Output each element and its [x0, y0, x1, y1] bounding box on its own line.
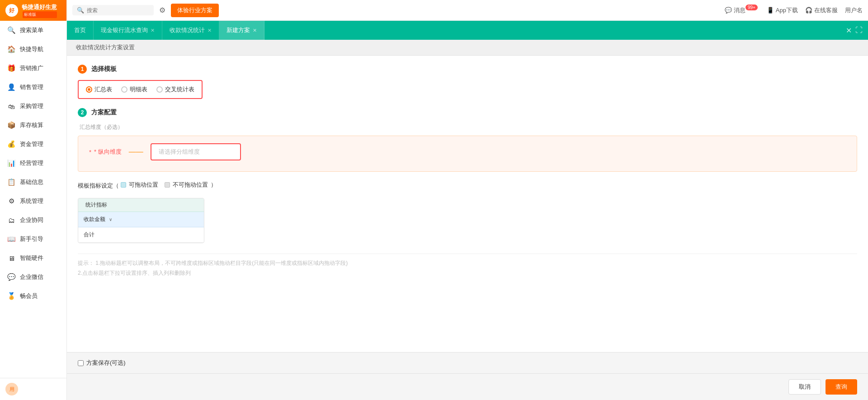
sidebar-item-member[interactable]: 🏅 畅会员 [0, 287, 66, 306]
tips-line1: 提示： 1.拖动标题栏可以调整布局，不可跨维度或指标区域拖动栏目字段(只能在同一… [78, 259, 857, 268]
query-button[interactable]: 查询 [826, 379, 857, 395]
tab-close-icon[interactable]: ✕ [846, 26, 852, 35]
sidebar-item-quick-nav[interactable]: 🏠 快捷导航 [0, 40, 66, 59]
dimension-label: 汇总维度（必选） [78, 123, 857, 131]
content-area: 收款情况统计方案设置 1 选择模板 汇总表 [67, 40, 868, 373]
step1-section: 1 选择模板 汇总表 明细表 [78, 65, 857, 99]
logo-text: 畅捷通好生意 [22, 3, 57, 11]
tips-line2: 2.点击标题栏下拉可设置排序、插入列和删除列 [78, 268, 857, 278]
dimension-input[interactable]: 请选择分组维度 [151, 143, 241, 160]
sidebar-item-enterprise[interactable]: 🗂 企业协同 [0, 211, 66, 230]
step1-header: 1 选择模板 [78, 65, 857, 74]
radio-detail-dot [121, 86, 127, 93]
stats-header: 统计指标 [78, 198, 204, 212]
sidebar-item-marketing[interactable]: 🎁 营销推广 [0, 59, 66, 78]
sidebar-item-operation[interactable]: 📊 经营管理 [0, 154, 66, 173]
support-button[interactable]: 🎧 在线客服 [805, 6, 838, 14]
step1-title: 选择模板 [91, 65, 117, 73]
step1-num: 1 [78, 65, 87, 74]
sidebar-item-funds[interactable]: 💰 资金管理 [0, 135, 66, 154]
indicator-label: 模板指标设定（ 可拖动位置 不可拖动位置 ） [78, 181, 857, 190]
tab-right-icons: ✕ ⛶ [846, 26, 868, 35]
tab-new-plan[interactable]: 新建方案 ✕ [219, 21, 264, 40]
arrow-icon: —— [129, 148, 143, 156]
tab-bank-close[interactable]: ✕ [151, 28, 155, 33]
medal-icon: 🏅 [7, 292, 15, 300]
tab-home[interactable]: 首页 [67, 21, 94, 40]
search-icon: 🔍 [77, 7, 84, 14]
cancel-button[interactable]: 取消 [788, 379, 821, 395]
message-badge: 99+ [745, 5, 758, 10]
sidebar-item-sales[interactable]: 👤 销售管理 [0, 78, 66, 97]
dimension-section: 汇总维度（必选） * * 纵向维度 —— 请选择分组维度 [78, 123, 857, 172]
page-body: 1 选择模板 汇总表 明细表 [67, 56, 868, 352]
tab-expand-icon[interactable]: ⛶ [855, 26, 863, 34]
trial-button[interactable]: 体验行业方案 [171, 4, 219, 17]
stats-col-header[interactable]: 收款金额 ∨ [78, 212, 204, 227]
tabbar: 首页 现金银行流水查询 ✕ 收款情况统计 ✕ 新建方案 ✕ ✕ ⛶ [67, 21, 868, 40]
step2-num: 2 [78, 108, 87, 117]
stats-row-total: 合计 [78, 227, 204, 243]
chart-icon: 📊 [7, 159, 15, 167]
chat-icon: 💬 [7, 273, 15, 281]
sidebar: 好 畅捷通好生意 标准版 🔍 搜索菜单 🏠 快捷导航 🎁 营销推广 👤 销售管理… [0, 0, 67, 400]
page-footer: 方案保存(可选) [67, 352, 868, 373]
sidebar-item-basic[interactable]: 📋 基础信息 [0, 173, 66, 192]
message-button[interactable]: 💬 消息 99+ [725, 6, 760, 14]
fixed-legend-dot [165, 182, 170, 188]
step2-header: 2 方案配置 [78, 108, 857, 117]
stats-area: 统计指标 收款金额 ∨ 合计 [78, 198, 204, 243]
template-select-box: 汇总表 明细表 交叉统计表 [78, 80, 203, 99]
sidebar-logo: 好 畅捷通好生意 标准版 [0, 0, 66, 21]
search-input[interactable] [87, 7, 141, 14]
movable-legend-dot [121, 182, 126, 188]
sidebar-item-guide[interactable]: 📖 新手引导 [0, 230, 66, 249]
radio-summary-dot [86, 86, 92, 93]
monitor-icon: 🖥 [7, 254, 15, 262]
bottom-bar: 取消 查询 [67, 373, 868, 400]
page-header: 收款情况统计方案设置 [67, 40, 868, 56]
clipboard-icon: 📋 [7, 178, 15, 186]
tab-receipt[interactable]: 收款情况统计 ✕ [162, 21, 219, 40]
tips-section: 提示： 1.拖动标题栏可以调整布局，不可跨维度或指标区域拖动栏目字段(只能在同一… [78, 254, 857, 282]
search-bar[interactable]: 🔍 [72, 5, 154, 15]
user-avatar: 用 [5, 383, 18, 395]
chevron-down-icon: ∨ [109, 217, 112, 222]
radio-detail[interactable]: 明细表 [121, 85, 147, 94]
sidebar-item-system[interactable]: ⚙ 系统管理 [0, 192, 66, 211]
user-button[interactable]: 用户名 [845, 6, 863, 14]
settings-icon[interactable]: ⚙ [159, 6, 165, 14]
tab-receipt-close[interactable]: ✕ [208, 28, 212, 33]
indicator-section: 模板指标设定（ 可拖动位置 不可拖动位置 ） 统计指标 [78, 181, 857, 245]
gift-icon: 🎁 [7, 64, 15, 72]
message-icon: 💬 [725, 7, 732, 14]
logo-tag: 标准版 [23, 11, 57, 18]
topbar-right: 💬 消息 99+ 📱 App下载 🎧 在线客服 用户名 [725, 6, 863, 14]
step2-section: 2 方案配置 汇总维度（必选） * * 纵向维度 —— [78, 108, 857, 282]
save-checkbox-label[interactable]: 方案保存(可选) [78, 359, 126, 367]
home-icon: 🏠 [7, 45, 15, 53]
sidebar-item-search-menu[interactable]: 🔍 搜索菜单 [0, 21, 66, 40]
download-button[interactable]: 📱 App下载 [767, 6, 798, 14]
support-icon: 🎧 [805, 7, 812, 14]
vertical-dimension-label: * * 纵向维度 [89, 148, 122, 156]
sidebar-item-purchase[interactable]: 🛍 采购管理 [0, 97, 66, 116]
radio-cross[interactable]: 交叉统计表 [156, 85, 194, 94]
sidebar-bottom: 用 [0, 378, 66, 400]
search-menu-icon: 🔍 [7, 26, 15, 34]
tab-bank[interactable]: 现金银行流水查询 ✕ [94, 21, 162, 40]
topbar: 🔍 ⚙ 体验行业方案 💬 消息 99+ 📱 App下载 🎧 在线客服 用户名 [67, 0, 868, 21]
save-checkbox[interactable] [78, 360, 84, 366]
tab-new-plan-close[interactable]: ✕ [253, 28, 257, 33]
sidebar-item-inventory[interactable]: 📦 库存核算 [0, 116, 66, 135]
sidebar-item-hardware[interactable]: 🖥 智能硬件 [0, 249, 66, 268]
box-icon: 📦 [7, 121, 15, 129]
shopping-icon: 🛍 [7, 103, 15, 110]
step2-title: 方案配置 [91, 108, 117, 117]
logo-icon: 好 [5, 4, 18, 17]
dimension-row: * * 纵向维度 —— 请选择分组维度 [89, 143, 846, 160]
radio-summary[interactable]: 汇总表 [86, 85, 112, 94]
sidebar-item-wechat[interactable]: 💬 企业微信 [0, 268, 66, 287]
user-icon: 👤 [7, 83, 15, 91]
dimension-box: * * 纵向维度 —— 请选择分组维度 [78, 136, 857, 172]
